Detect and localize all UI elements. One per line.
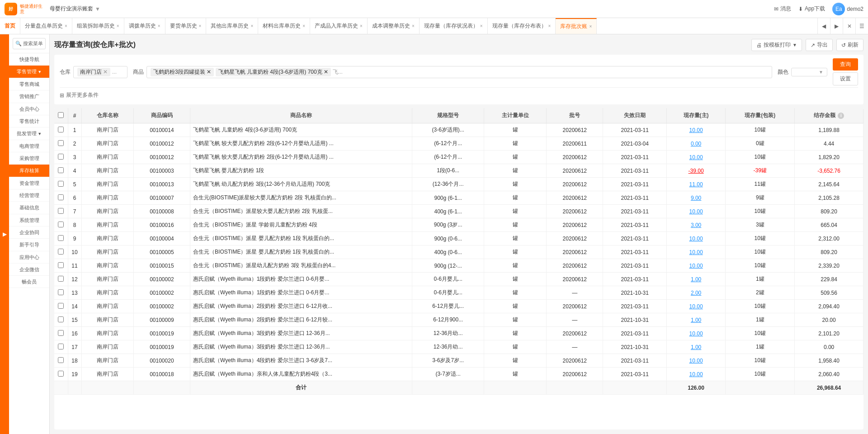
- cell-checkbox-18[interactable]: [54, 368, 68, 381]
- cell-checkbox-15[interactable]: [54, 327, 68, 340]
- cell-checkbox-11[interactable]: [54, 273, 68, 286]
- product-tag-1-remove[interactable]: ✕: [207, 69, 211, 75]
- cell-qty-7[interactable]: 3.00: [666, 218, 725, 232]
- sidebar-item-3[interactable]: 会员中心: [9, 103, 49, 115]
- warehouse-more-icon[interactable]: ...: [112, 69, 117, 75]
- cell-qty-13[interactable]: 10.00: [666, 300, 725, 313]
- cell-qty-4[interactable]: 11.00: [666, 178, 725, 191]
- settings-btn[interactable]: 设置: [833, 72, 858, 85]
- amount-info-icon[interactable]: i: [838, 113, 844, 119]
- sidebar-item-13[interactable]: 企业协同: [9, 226, 49, 239]
- sidebar-item-6[interactable]: 电商管理: [9, 140, 49, 152]
- sidebar-search-btn[interactable]: 🔍 搜索菜单: [13, 38, 46, 49]
- tab-next-btn[interactable]: ▶: [830, 18, 843, 34]
- product-tag-2-remove[interactable]: ✕: [324, 69, 328, 75]
- cell-checkbox-2[interactable]: [54, 151, 68, 164]
- cell-qty-10[interactable]: 10.00: [666, 259, 725, 273]
- sidebar-item-17[interactable]: 畅会员: [9, 276, 49, 288]
- tab-11[interactable]: 库存批次账×: [556, 18, 597, 34]
- sidebar-item-1[interactable]: 零售商城: [9, 78, 49, 90]
- sidebar-item-8[interactable]: 库存核算: [9, 165, 49, 177]
- tab-7[interactable]: 产成品入库单历史×: [310, 18, 368, 34]
- tab-10[interactable]: 现存量（库存分布表）×: [488, 18, 556, 34]
- cell-checkbox-10[interactable]: [54, 259, 68, 273]
- tab-close-4[interactable]: ×: [199, 24, 202, 28]
- cell-qty-1[interactable]: 0.00: [666, 137, 725, 151]
- cell-checkbox-16[interactable]: [54, 340, 68, 354]
- sidebar-item-12[interactable]: 系统管理: [9, 214, 49, 226]
- tab-1[interactable]: 分量盘点单历史×: [20, 18, 72, 34]
- breadcrumb-chevron-icon[interactable]: ▼: [95, 6, 100, 12]
- tab-close-11[interactable]: ×: [589, 24, 592, 29]
- tab-9[interactable]: 现存量（库存状况表）×: [420, 18, 488, 34]
- tab-close-7[interactable]: ×: [360, 24, 363, 28]
- cell-checkbox-13[interactable]: [54, 300, 68, 313]
- color-input[interactable]: ▼: [791, 68, 827, 76]
- cell-checkbox-3[interactable]: [54, 164, 68, 178]
- tab-close-8[interactable]: ×: [412, 24, 415, 28]
- sidebar-item-7[interactable]: 采购管理: [9, 152, 49, 165]
- cell-qty-18[interactable]: 10.00: [666, 368, 725, 381]
- cell-checkbox-5[interactable]: [54, 191, 68, 205]
- tab-5[interactable]: 其他出库单历史×: [206, 18, 258, 34]
- cell-checkbox-9[interactable]: [54, 245, 68, 259]
- expand-btn[interactable]: ⊞ 展开更多条件: [60, 91, 858, 99]
- sidebar-item-10[interactable]: 经营管理: [9, 189, 49, 202]
- tab-3[interactable]: 调拨单历史×: [124, 18, 165, 34]
- print-btn[interactable]: 🖨 按模板打印 ▼: [751, 39, 802, 51]
- tab-close-9[interactable]: ×: [480, 24, 483, 28]
- cell-checkbox-14[interactable]: [54, 313, 68, 327]
- sidebar-item-5[interactable]: 批发管理 ▼: [9, 127, 49, 140]
- sidebar-item-9[interactable]: 资金管理: [9, 177, 49, 189]
- query-btn[interactable]: 查询: [833, 58, 858, 71]
- tab-prev-btn[interactable]: ◀: [817, 18, 830, 34]
- warehouse-input[interactable]: 南岸门店 ✕ ...: [73, 66, 127, 78]
- tab-close-3[interactable]: ×: [158, 24, 160, 28]
- cell-qty-9[interactable]: 10.00: [666, 245, 725, 259]
- cell-checkbox-4[interactable]: [54, 178, 68, 191]
- product-more-icon[interactable]: 飞...: [333, 68, 343, 76]
- tab-close-2[interactable]: ×: [117, 24, 119, 28]
- tab-4[interactable]: 要货单历史×: [165, 18, 207, 34]
- sidebar-toggle-btn[interactable]: ▶: [0, 34, 9, 434]
- warehouse-tag-remove[interactable]: ✕: [103, 69, 108, 75]
- app-download-btn[interactable]: ⬇ App下载: [798, 5, 825, 13]
- export-btn[interactable]: ↗ 导出: [806, 39, 833, 51]
- cell-checkbox-7[interactable]: [54, 218, 68, 232]
- tab-menu-btn[interactable]: ☰: [855, 18, 868, 34]
- col-checkbox[interactable]: [54, 108, 68, 123]
- sidebar-item-14[interactable]: 新手引导: [9, 239, 49, 251]
- cell-qty-0[interactable]: 10.00: [666, 123, 725, 137]
- sidebar-item-2[interactable]: 营销推广: [9, 90, 49, 103]
- cell-checkbox-12[interactable]: [54, 286, 68, 300]
- cell-checkbox-0[interactable]: [54, 123, 68, 137]
- sidebar-item-4[interactable]: 零售统计: [9, 115, 49, 127]
- refresh-btn[interactable]: ↺ 刷新: [836, 39, 863, 51]
- cell-qty-3[interactable]: -39.00: [666, 164, 725, 178]
- tab-close-5[interactable]: ×: [250, 24, 253, 28]
- select-all-checkbox[interactable]: [58, 112, 64, 118]
- tab-0[interactable]: 首页: [0, 18, 20, 34]
- cell-qty-17[interactable]: 10.00: [666, 354, 725, 368]
- tab-close-10[interactable]: ×: [548, 24, 551, 28]
- cell-qty-5[interactable]: 9.00: [666, 191, 725, 205]
- sidebar-item-11[interactable]: 基础信息: [9, 202, 49, 214]
- sidebar-item-16[interactable]: 企业微信: [9, 264, 49, 276]
- cell-qty-11[interactable]: 1.00: [666, 273, 725, 286]
- sidebar-item-15[interactable]: 应用中心: [9, 251, 49, 264]
- user-area[interactable]: Ea demo2: [832, 3, 863, 15]
- cell-qty-14[interactable]: 1.00: [666, 313, 725, 327]
- cell-checkbox-6[interactable]: [54, 205, 68, 218]
- product-input[interactable]: 飞鹤奶粉3段四罐提装 ✕ 飞鹤星飞帆 儿童奶粉 4段(3-6岁适用) 700克 …: [146, 66, 772, 78]
- cell-qty-15[interactable]: 10.00: [666, 327, 725, 340]
- sidebar-quicknav[interactable]: 快捷导航: [9, 53, 49, 66]
- cell-qty-8[interactable]: 10.00: [666, 232, 725, 245]
- tab-8[interactable]: 成本调整单历史×: [368, 18, 420, 34]
- tab-2[interactable]: 组装拆卸单历史×: [72, 18, 124, 34]
- cell-checkbox-17[interactable]: [54, 354, 68, 368]
- message-btn[interactable]: ✉ 消息: [774, 5, 791, 13]
- cell-qty-2[interactable]: 10.00: [666, 151, 725, 164]
- cell-checkbox-8[interactable]: [54, 232, 68, 245]
- cell-qty-16[interactable]: 1.00: [666, 340, 725, 354]
- tab-close-all-btn[interactable]: ✕: [843, 18, 855, 34]
